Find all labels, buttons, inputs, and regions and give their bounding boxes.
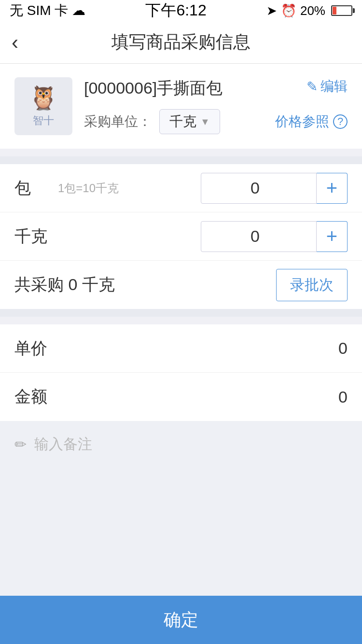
record-batch-button[interactable]: 录批次 — [276, 269, 348, 301]
amount-value: 0 — [338, 388, 348, 406]
bag-sublabel: 1包=10千克 — [58, 181, 119, 196]
status-left: 无 SIM 卡 ☁ — [10, 1, 85, 20]
bag-quantity-input[interactable] — [201, 173, 317, 204]
price-section: 单价 0 金额 0 — [0, 324, 362, 421]
price-ref-label: 价格参照 — [275, 112, 329, 131]
page-title: 填写商品采购信息 — [111, 30, 251, 54]
status-right: ➤ ⏰ 20% — [266, 3, 352, 18]
separator-1 — [0, 156, 362, 164]
product-name: [0000006]手撕面包 — [84, 77, 223, 99]
product-thumbnail: 🦉 智十 — [14, 77, 72, 135]
unit-label: 采购单位： — [84, 112, 152, 131]
location-icon: ➤ — [266, 3, 277, 18]
product-card: 🦉 智十 [0000006]手撕面包 ✎ 编辑 采购单位： 千克 ▼ 价格参照 … — [0, 64, 362, 149]
battery-percent: 20% — [300, 3, 325, 18]
confirm-button[interactable]: 确定 — [0, 596, 362, 644]
summary-text: 共采购 0 千克 — [14, 274, 115, 296]
input-section: 包 1包=10千克 + 千克 + — [0, 164, 362, 261]
remark-placeholder: 输入备注 — [34, 434, 92, 454]
battery-icon — [331, 5, 352, 16]
kg-label: 千克 — [14, 225, 53, 248]
kg-input-row: 千克 + — [0, 212, 362, 261]
content-filler — [0, 468, 362, 613]
remark-section[interactable]: ✏ 输入备注 — [0, 421, 362, 468]
price-ref-button[interactable]: 价格参照 ? — [275, 112, 348, 131]
summary-row: 共采购 0 千克 录批次 — [0, 261, 362, 309]
bag-label: 包 — [14, 177, 53, 199]
unit-price-value: 0 — [338, 339, 348, 358]
amount-row: 金额 0 — [0, 373, 362, 421]
amount-label: 金额 — [14, 386, 47, 408]
status-time: 下午6:12 — [145, 0, 206, 21]
nav-bar: ‹ 填写商品采购信息 — [0, 21, 362, 64]
unit-price-label: 单价 — [14, 337, 47, 360]
product-thumb-text: 智十 — [33, 113, 54, 128]
edit-label: 编辑 — [320, 77, 348, 96]
bag-input-row: 包 1包=10千克 + — [0, 164, 362, 212]
kg-quantity-input[interactable] — [201, 221, 317, 252]
back-button[interactable]: ‹ — [12, 31, 18, 54]
sim-label: 无 SIM 卡 ☁ — [10, 1, 85, 20]
unit-price-row: 单价 0 — [0, 324, 362, 373]
unit-select[interactable]: 千克 ▼ — [159, 109, 220, 134]
bag-plus-button[interactable]: + — [317, 173, 348, 204]
separator-2 — [0, 309, 362, 317]
kg-plus-button[interactable]: + — [317, 221, 348, 252]
unit-value: 千克 — [169, 112, 196, 131]
price-ref-help-icon: ? — [333, 114, 348, 129]
product-info: [0000006]手撕面包 ✎ 编辑 采购单位： 千克 ▼ 价格参照 ? — [84, 77, 348, 134]
chevron-down-icon: ▼ — [200, 116, 210, 127]
pencil-icon: ✏ — [14, 436, 27, 453]
status-bar: 无 SIM 卡 ☁ 下午6:12 ➤ ⏰ 20% — [0, 0, 362, 21]
edit-button[interactable]: ✎ 编辑 — [306, 77, 348, 96]
alarm-icon: ⏰ — [281, 3, 296, 18]
edit-icon: ✎ — [306, 79, 318, 95]
product-thumb-owl-icon: 🦉 — [29, 84, 58, 112]
